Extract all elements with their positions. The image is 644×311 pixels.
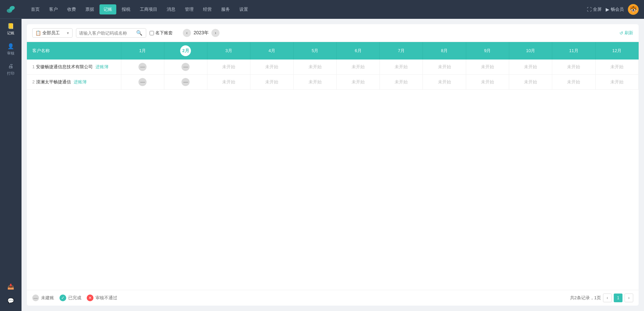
nav-home[interactable]: 首页 bbox=[27, 4, 44, 14]
next-year-button[interactable]: › bbox=[211, 29, 219, 37]
enter-link[interactable]: 进账簿 bbox=[74, 79, 87, 84]
row-month-10: 未开始 bbox=[509, 60, 552, 75]
sidebar-item-print[interactable]: 🖨 打印 bbox=[0, 59, 22, 79]
status-not-started: 未开始 bbox=[481, 64, 494, 69]
table-row: 1安徽畅捷通信息技术有限公司进账簿——未开始未开始未开始未开始未开始未开始未开始… bbox=[27, 60, 639, 75]
row-month-4: 未开始 bbox=[250, 60, 293, 75]
col-oct: 10月 bbox=[509, 42, 552, 60]
print-icon: 🖨 bbox=[7, 63, 14, 70]
legend-unbuilt: — 未建账 bbox=[32, 295, 54, 301]
year-display: 2023年 bbox=[194, 30, 209, 36]
topnav: 首页 客户 收费 票据 记账 报税 工商项目 消息 管理 经营 服务 设置 ⛶ … bbox=[22, 0, 644, 19]
nav-customer[interactable]: 客户 bbox=[45, 4, 62, 14]
search-button[interactable]: 🔍 bbox=[135, 30, 143, 36]
status-not-started: 未开始 bbox=[395, 79, 408, 84]
col-sep: 9月 bbox=[466, 42, 509, 60]
year-nav: ‹ 2023年 › bbox=[183, 29, 219, 37]
row-month-2: — bbox=[164, 60, 207, 75]
col-client-name: 客户名称 bbox=[27, 42, 121, 60]
sidebar-item-account[interactable]: 📒 记账 bbox=[0, 19, 22, 39]
my-accounts-checkbox[interactable] bbox=[150, 31, 154, 35]
sidebar-item-audit[interactable]: 👤 审核 bbox=[0, 39, 22, 59]
month-1-label: 1月 bbox=[139, 48, 146, 53]
topnav-right: ⛶ 全屏 ▶ 畅会员 🐯 bbox=[587, 4, 639, 15]
row-month-6: 未开始 bbox=[336, 75, 379, 90]
status-not-started: 未开始 bbox=[610, 79, 623, 84]
row-num: 1 bbox=[32, 64, 35, 69]
accounts-table: 客户名称 1月 2月 3月 4月 5月 bbox=[27, 42, 639, 90]
row-month-6: 未开始 bbox=[336, 60, 379, 75]
nav-account[interactable]: 记账 bbox=[99, 4, 116, 14]
status-not-started: 未开始 bbox=[567, 64, 580, 69]
nav-tax[interactable]: 报税 bbox=[118, 4, 134, 14]
avatar[interactable]: 🐯 bbox=[628, 4, 639, 15]
nav-manage[interactable]: 管理 bbox=[181, 4, 198, 14]
col-apr: 4月 bbox=[250, 42, 293, 60]
col-jul: 7月 bbox=[380, 42, 423, 60]
search-input[interactable] bbox=[79, 31, 135, 36]
row-month-1: — bbox=[121, 60, 164, 75]
table-container: 客户名称 1月 2月 3月 4月 5月 bbox=[27, 42, 639, 290]
nav-operation[interactable]: 经营 bbox=[199, 4, 216, 14]
prev-page-button[interactable]: ‹ bbox=[603, 294, 612, 302]
status-not-started: 未开始 bbox=[567, 79, 580, 84]
nav-message[interactable]: 消息 bbox=[163, 4, 179, 14]
sidebar-item-download[interactable]: 📥 bbox=[0, 279, 22, 294]
download-icon: 📥 bbox=[7, 283, 14, 290]
nav-business[interactable]: 工商项目 bbox=[136, 4, 161, 14]
toolbar: 📋 全部员工 ▼ 🔍 名下账套 ‹ 2023年 › bbox=[27, 24, 639, 42]
member-btn[interactable]: ▶ 畅会员 bbox=[606, 6, 624, 12]
row-month-11: 未开始 bbox=[552, 75, 595, 90]
col-jan: 1月 bbox=[121, 42, 164, 60]
status-not-started: 未开始 bbox=[309, 79, 322, 84]
page-body: 📋 全部员工 ▼ 🔍 名下账套 ‹ 2023年 › bbox=[22, 19, 644, 311]
legend-done: ✓ 已完成 bbox=[59, 295, 81, 301]
status-dash-icon: — bbox=[138, 63, 147, 71]
row-month-5: 未开始 bbox=[293, 75, 336, 90]
refresh-button[interactable]: ↺ 刷新 bbox=[619, 30, 633, 36]
done-icon: ✓ bbox=[59, 295, 66, 301]
sidebar-bottom: 📥 💬 bbox=[0, 279, 22, 311]
status-not-started: 未开始 bbox=[352, 79, 365, 84]
col-mar: 3月 bbox=[207, 42, 250, 60]
audit-icon: 👤 bbox=[7, 42, 14, 50]
row-month-3: 未开始 bbox=[207, 75, 250, 90]
fullscreen-btn[interactable]: ⛶ 全屏 bbox=[587, 6, 602, 12]
nav-service[interactable]: 服务 bbox=[217, 4, 234, 14]
status-not-started: 未开始 bbox=[610, 64, 623, 69]
main-content: 首页 客户 收费 票据 记账 报税 工商项目 消息 管理 经营 服务 设置 ⛶ … bbox=[22, 0, 644, 311]
nav-settings[interactable]: 设置 bbox=[235, 4, 252, 14]
status-not-started: 未开始 bbox=[352, 64, 365, 69]
legend-reject: ✕ 审核不通过 bbox=[87, 295, 117, 301]
status-not-started: 未开始 bbox=[395, 64, 408, 69]
current-page: 1 bbox=[614, 294, 622, 302]
svg-point-2 bbox=[9, 9, 12, 11]
status-not-started: 未开始 bbox=[438, 79, 451, 84]
enter-link[interactable]: 进账簿 bbox=[95, 64, 109, 69]
row-name-cell: 1安徽畅捷通信息技术有限公司进账簿 bbox=[27, 60, 121, 75]
col-aug: 8月 bbox=[423, 42, 466, 60]
refresh-icon: ↺ bbox=[619, 31, 623, 36]
reject-icon: ✕ bbox=[87, 295, 93, 301]
row-month-8: 未开始 bbox=[423, 60, 466, 75]
dropdown-arrow-icon: ▼ bbox=[66, 31, 70, 35]
employee-select[interactable]: 📋 全部员工 ▼ bbox=[32, 28, 73, 38]
fullscreen-icon: ⛶ bbox=[587, 7, 592, 12]
nav-invoice[interactable]: 票据 bbox=[81, 4, 98, 14]
table-footer: — 未建账 ✓ 已完成 ✕ 审核不通过 共2条记录，1页 ‹ 1 › bbox=[27, 290, 639, 306]
video-icon: ▶ bbox=[606, 7, 609, 12]
sidebar-item-contact[interactable]: 💬 bbox=[0, 294, 22, 308]
row-month-9: 未开始 bbox=[466, 60, 509, 75]
next-page-button[interactable]: › bbox=[625, 294, 633, 302]
row-name-cell: 2漠澜太平畅捷通信进账簿 bbox=[27, 75, 121, 90]
row-month-10: 未开始 bbox=[509, 75, 552, 90]
row-month-7: 未开始 bbox=[380, 75, 423, 90]
status-dash-icon: — bbox=[182, 63, 190, 71]
prev-year-button[interactable]: ‹ bbox=[183, 29, 191, 37]
month-2-circle: 2月 bbox=[180, 45, 191, 56]
col-nov: 11月 bbox=[552, 42, 595, 60]
nav-billing[interactable]: 收费 bbox=[63, 4, 80, 14]
status-not-started: 未开始 bbox=[309, 64, 322, 69]
checkbox-wrapper[interactable]: 名下账套 bbox=[150, 30, 173, 36]
row-month-8: 未开始 bbox=[423, 75, 466, 90]
